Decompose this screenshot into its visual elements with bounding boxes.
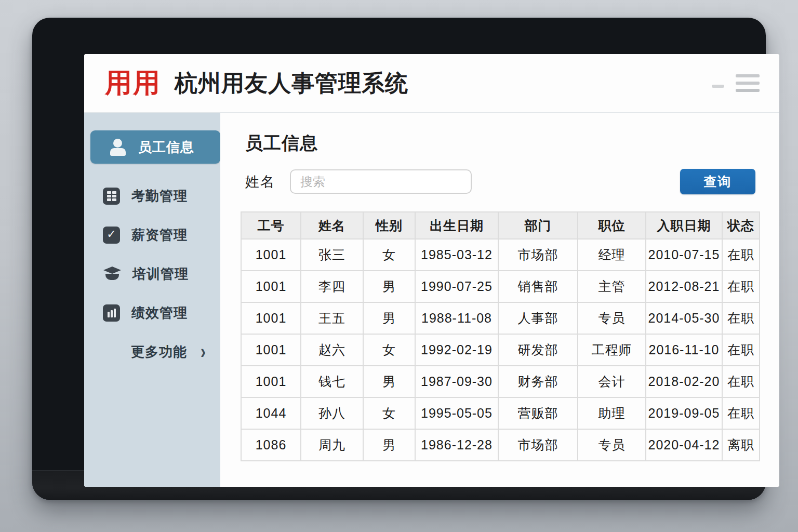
cell-hiredate: 2018-02-20: [646, 366, 722, 397]
table-header-row: 工号 姓名 性别 出生日期 部门 职位 入职日期 状态: [241, 212, 760, 239]
cell-department: 财务部: [498, 366, 578, 397]
cell-name: 王五: [301, 302, 363, 334]
cell-id: 1001: [241, 334, 301, 366]
table-row: 1001 赵六 女 1992-02-19 研发部 工程师 2016-11-10 …: [241, 334, 760, 366]
cell-id: 1044: [241, 397, 301, 429]
cell-birthdate: 1990-07-25: [415, 271, 498, 302]
app-title: 杭州用友人事管理系统: [175, 68, 408, 99]
query-button[interactable]: 查询: [680, 169, 755, 194]
chevron-right-icon: ›: [201, 342, 206, 362]
cell-position: 专员: [578, 429, 646, 461]
cell-id: 1086: [241, 429, 301, 461]
column-header-name: 姓名: [301, 212, 363, 239]
cell-id: 1001: [241, 302, 301, 334]
sidebar-item-label: 培训管理: [132, 265, 189, 283]
sidebar-more-functions[interactable]: 更多功能 ›: [84, 335, 220, 368]
cell-id: 1001: [241, 366, 301, 397]
sidebar-item-training[interactable]: 培训管理: [84, 257, 220, 290]
search-input[interactable]: [290, 169, 472, 194]
sidebar-item-employee-info[interactable]: 员工信息: [90, 130, 220, 164]
cell-hiredate: 2020-04-12: [646, 429, 722, 461]
cell-position: 专员: [578, 302, 646, 334]
cell-gender: 男: [363, 271, 415, 302]
cell-gender: 女: [363, 334, 415, 366]
more-functions-label: 更多功能: [131, 343, 187, 361]
column-header-gender: 性别: [363, 212, 415, 239]
cell-name: 赵六: [301, 334, 363, 366]
cell-id: 1001: [241, 271, 301, 302]
training-cap-icon: [103, 265, 122, 282]
cell-position: 经理: [578, 239, 646, 271]
cell-gender: 男: [363, 302, 415, 334]
cell-name: 李四: [301, 271, 363, 302]
cell-name: 周九: [301, 429, 363, 461]
search-filter-row: 姓名 查询: [245, 169, 779, 194]
cell-position: 助理: [578, 397, 646, 429]
cell-status: 在职: [722, 239, 760, 271]
cell-birthdate: 1987-09-30: [415, 366, 498, 397]
sidebar-item-salary[interactable]: ✓ 薪资管理: [84, 218, 220, 251]
employee-table: 工号 姓名 性别 出生日期 部门 职位 入职日期 状态 1001: [241, 211, 760, 461]
table-row: 1001 张三 女 1985-03-12 市场部 经理 2010-07-15 在…: [241, 239, 760, 271]
attendance-grid-icon: [103, 188, 120, 205]
cell-hiredate: 2019-09-05: [646, 397, 722, 429]
cell-hiredate: 2012-08-21: [646, 271, 722, 302]
cell-department: 市场部: [498, 239, 578, 271]
sidebar-item-label: 考勤管理: [131, 187, 188, 205]
table-row: 1001 钱七 男 1987-09-30 财务部 会计 2018-02-20 在…: [241, 366, 760, 397]
column-header-hiredate: 入职日期: [646, 212, 722, 239]
sidebar-item-performance[interactable]: 绩效管理: [84, 296, 220, 329]
column-header-status: 状态: [722, 212, 760, 239]
table-row: 1001 王五 男 1988-11-08 人事部 专员 2014-05-30 在…: [241, 302, 760, 334]
performance-bars-icon: [103, 304, 120, 322]
cell-id: 1001: [241, 239, 301, 271]
cell-position: 工程师: [578, 334, 646, 366]
main-content: 员工信息 姓名 查询 工号 姓名 性别: [220, 113, 779, 487]
cell-gender: 男: [363, 429, 415, 461]
user-icon: [109, 138, 127, 156]
cell-gender: 女: [363, 239, 415, 271]
cell-status: 在职: [722, 302, 760, 334]
cell-status: 在职: [722, 271, 760, 302]
table-row: 1044 孙八 女 1995-05-05 营贩部 助理 2019-09-05 在…: [241, 397, 760, 429]
cell-status: 在职: [722, 366, 760, 397]
table-row: 1086 周九 男 1986-12-28 市场部 专员 2020-04-12 离…: [241, 429, 760, 461]
sidebar-item-label: 员工信息: [138, 138, 194, 156]
column-header-id: 工号: [241, 212, 301, 239]
cell-status: 在职: [722, 334, 760, 366]
cell-department: 销售部: [498, 271, 578, 302]
cell-department: 研发部: [498, 334, 578, 366]
column-header-department: 部门: [498, 212, 578, 239]
app-window: 用用 杭州用友人事管理系统 员工信息 考勤管理: [84, 54, 779, 487]
cell-hiredate: 2010-07-15: [646, 239, 722, 271]
app-logo: 用用: [105, 65, 161, 101]
window-controls: [712, 54, 760, 112]
table-row: 1001 李四 男 1990-07-25 销售部 主管 2012-08-21 在…: [241, 271, 760, 302]
cell-status: 在职: [722, 397, 760, 429]
column-header-birthdate: 出生日期: [415, 212, 498, 239]
sidebar-item-label: 绩效管理: [131, 304, 188, 322]
cell-name: 张三: [301, 239, 363, 271]
cell-department: 营贩部: [498, 397, 578, 429]
salary-checkbox-icon: ✓: [103, 227, 120, 244]
name-field-label: 姓名: [245, 172, 275, 191]
cell-birthdate: 1985-03-12: [415, 239, 498, 271]
cell-department: 市场部: [498, 429, 578, 461]
laptop-frame: 用用 杭州用友人事管理系统 员工信息 考勤管理: [32, 18, 766, 500]
cell-gender: 女: [363, 397, 415, 429]
cell-birthdate: 1992-02-19: [415, 334, 498, 366]
sidebar-item-attendance[interactable]: 考勤管理: [84, 179, 220, 212]
cell-birthdate: 1988-11-08: [415, 302, 498, 334]
cell-hiredate: 2014-05-30: [646, 302, 722, 334]
cell-position: 主管: [578, 271, 646, 302]
page-title: 员工信息: [245, 131, 779, 155]
cell-gender: 男: [363, 366, 415, 397]
column-header-position: 职位: [578, 212, 646, 239]
cell-position: 会计: [578, 366, 646, 397]
cell-name: 钱七: [301, 366, 363, 397]
minimize-icon[interactable]: [712, 85, 724, 88]
hamburger-menu-icon[interactable]: [736, 74, 760, 92]
app-header: 用用 杭州用友人事管理系统: [84, 54, 779, 113]
cell-name: 孙八: [301, 397, 363, 429]
cell-department: 人事部: [498, 302, 578, 334]
